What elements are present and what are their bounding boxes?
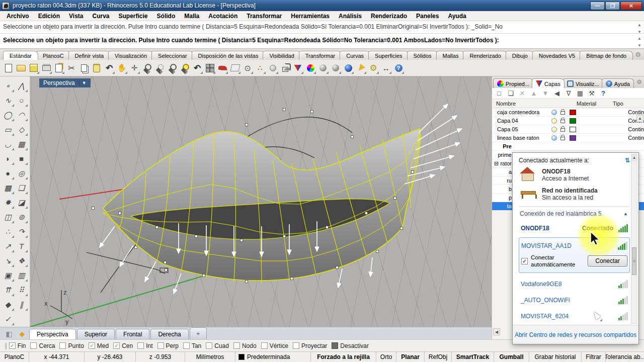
polyline-icon[interactable]: ⋀ [15, 78, 28, 93]
collapse-icon[interactable]: ◀ [553, 89, 561, 97]
toolbar-tab[interactable]: Superficies [368, 51, 409, 60]
toolbar-tab[interactable]: Disposición de las vistas [192, 51, 265, 60]
open-network-center-link[interactable]: Abrir Centro de redes y recursos compart… [515, 331, 636, 338]
status-cell[interactable]: Milímetros [185, 352, 235, 362]
network-item[interactable]: Vodafone9GE8 [519, 276, 630, 292]
layer-row[interactable]: Capa 05 Contin [492, 125, 644, 134]
layer-row[interactable]: lineas base raton Contin [492, 134, 644, 142]
viewport-tab[interactable]: Derecha [150, 329, 188, 339]
arc-icon[interactable]: ◠ [15, 108, 28, 122]
layer-color-swatch[interactable] [570, 127, 576, 132]
toolbar-tab[interactable]: Visualización [108, 51, 153, 60]
osnap-icon[interactable] [242, 61, 254, 74]
copy-inplace-icon[interactable]: ▣ [2, 268, 15, 283]
layer-linetype[interactable]: Contin [579, 135, 644, 141]
osnap-checkbox[interactable] [157, 342, 164, 349]
points-on-icon[interactable]: ∴ [2, 224, 15, 239]
osnap-toggle[interactable]: Desactivar [332, 342, 369, 349]
layer-color-swatch[interactable] [570, 135, 576, 141]
panel-scroll-left-button[interactable]: ◀ [493, 328, 500, 335]
menu-item[interactable]: Curva [88, 12, 114, 21]
viewport-title[interactable]: Perspectiva▼ [39, 78, 91, 87]
add-viewport-tab-button[interactable]: ＋ [190, 327, 207, 339]
zoom-extents-icon[interactable] [166, 61, 178, 74]
toolbar-tab[interactable]: Mallas [436, 51, 465, 60]
new-layer-icon[interactable]: □ [495, 89, 503, 97]
viewport-perspective[interactable]: z x y Perspectiva▼ [30, 76, 492, 327]
options-icon[interactable] [367, 61, 379, 74]
toolbar-tab[interactable]: Visibilidad [263, 51, 300, 60]
circle-icon[interactable]: ○ [15, 93, 28, 108]
lock-icon[interactable] [279, 61, 291, 74]
osnap-checkbox[interactable] [206, 342, 212, 349]
curve-icon[interactable]: ∿ [2, 93, 15, 108]
cut-icon[interactable] [65, 61, 77, 74]
array-icon[interactable]: ⠿ [15, 283, 28, 297]
toolbar-tab[interactable]: PlanosC [36, 51, 70, 60]
move-up-icon[interactable]: ▲ [530, 89, 538, 97]
insert-point-icon[interactable]: ◆ [2, 297, 15, 312]
layer-visibility-bulb-icon[interactable] [551, 110, 557, 115]
viewport-corner-icon-gray[interactable]: ◧ [3, 329, 15, 339]
osnap-checkbox[interactable] [30, 342, 37, 349]
delete-layer-icon[interactable]: ✕ [518, 89, 526, 97]
check-icon[interactable]: ✓ [2, 312, 15, 326]
layer-visibility-bulb-icon[interactable] [551, 118, 557, 124]
layer-row[interactable]: Capa 04 Contin [492, 117, 644, 125]
osnap-checkbox[interactable] [332, 342, 338, 349]
status-cell[interactable]: Tolerancia ab... [606, 352, 644, 362]
osnap-checkbox[interactable] [137, 342, 144, 349]
status-cell[interactable]: Planar [396, 352, 425, 362]
table-icon[interactable]: ▦ [576, 89, 584, 97]
toolbar-tab[interactable]: Transformar [299, 51, 342, 60]
toolbar-tab[interactable]: Curvas [340, 51, 370, 60]
toolbar-tab[interactable]: Renderizado [463, 51, 507, 60]
zoom-window-icon[interactable] [153, 61, 166, 74]
move-icon[interactable]: ❖ [15, 253, 28, 268]
text-icon[interactable]: T [15, 239, 28, 253]
layer-color-swatch[interactable] [570, 110, 576, 115]
menu-item[interactable]: Herramientas [286, 12, 334, 21]
viewport-tab[interactable]: Superior [77, 329, 115, 339]
status-cell[interactable]: Forzado a la rejilla [311, 352, 376, 362]
box-icon[interactable]: ■ [15, 151, 28, 166]
torus-icon[interactable]: ◎ [15, 166, 28, 180]
popup-scrollbar[interactable]: ▲ [631, 154, 637, 324]
osnap-toggle[interactable]: Proyectar [293, 342, 327, 349]
menu-item[interactable]: Ayuda [443, 12, 470, 21]
status-cell[interactable]: y -26.463 [85, 352, 136, 362]
help-icon[interactable] [392, 61, 405, 74]
network-item[interactable]: _AUTO_ONOWiFi [519, 292, 630, 308]
network-item[interactable]: MOVISTAR_6204 [519, 308, 630, 324]
rebuild-icon[interactable]: ↗ [2, 239, 15, 253]
status-cell[interactable]: Predeterminada [235, 352, 311, 362]
collapse-chevron-icon[interactable]: ▲ [623, 211, 628, 216]
restore-button[interactable]: ❐ [605, 2, 620, 10]
point-cloud-icon[interactable] [254, 61, 266, 74]
menu-item[interactable]: Transformar [242, 12, 286, 21]
viewport-corner-icon-orange[interactable]: ◆ [16, 329, 28, 339]
polygon-icon[interactable]: ◇ [15, 122, 28, 137]
undo-icon[interactable] [103, 61, 115, 74]
menu-item[interactable]: Acotación [204, 12, 242, 21]
status-cell[interactable]: Grabar historial [529, 352, 582, 362]
auto-connect-checkbox[interactable] [521, 258, 528, 264]
layer-linetype[interactable]: Contin [579, 118, 644, 124]
adjust-bulge-icon[interactable]: ↷ [15, 224, 28, 239]
lamp-icon[interactable] [267, 61, 279, 74]
layer-lock-icon[interactable] [560, 120, 565, 123]
command-scrollbar[interactable]: ▲▼▲▼ [636, 23, 643, 48]
layer-help-icon[interactable]: ? [599, 89, 607, 97]
status-cell[interactable]: PlanoC [0, 352, 29, 362]
layer-lock-icon[interactable] [560, 128, 565, 132]
viewport-tab[interactable]: Perspectiva [29, 329, 76, 339]
ghosted-mode-icon[interactable] [330, 61, 342, 74]
osnap-toggle[interactable]: Punto [59, 342, 84, 349]
status-cell[interactable]: RefObj [425, 352, 452, 362]
copy-layer-icon[interactable]: ❏ [507, 89, 515, 97]
spotlight-icon[interactable] [355, 61, 367, 74]
menu-item[interactable]: Vista [64, 12, 88, 21]
export-icon[interactable] [53, 61, 65, 74]
mesh-surface-icon[interactable]: ▩ [2, 180, 15, 195]
close-button[interactable]: ✕ [620, 2, 642, 10]
